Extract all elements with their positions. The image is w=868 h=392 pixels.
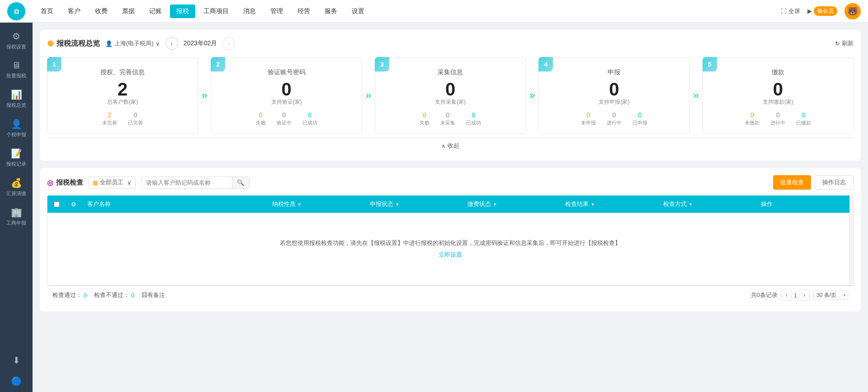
tax-check-card: ◎ 报税检查 ▦ 全部员工 ∨ 🔍 批量检查 操作日志 [40,168,861,311]
th-check-result[interactable]: 检查结果 ▼ [560,196,657,213]
search-input[interactable] [142,177,232,188]
check-fail-stat: 检查不通过： 0 [94,291,134,299]
th-pay-status[interactable]: 缴费状态 ▼ [462,196,560,213]
nav-bizproject[interactable]: 工商项目 [197,5,235,18]
footer-stats: 检查通过： 0 检查不通过： 0 囧有备注 [52,291,165,299]
next-page-button[interactable]: › [799,290,810,301]
check-fail-count[interactable]: 0 [131,292,134,299]
content-area: ⊕ 报税流程总览 👤 上海(电子税局) ∨ ‹ 2023年02月 › [33,23,868,392]
th-declare-status[interactable]: 申报状态 ▼ [364,196,462,213]
per-page-select-wrap: 30 条/页 50 条/页 100 条/页 [813,291,848,300]
nav-invoice[interactable]: 票据 [116,5,141,18]
batch-check-button[interactable]: 批量检查 [773,175,811,190]
tax-overview-icon: 📊 [11,89,22,100]
nav-management[interactable]: 管理 [264,5,289,18]
sidebar-item-batch-tax[interactable]: 🖥 批量报税 [0,56,33,84]
operation-log-button[interactable]: 操作日志 [815,175,854,190]
nav-message[interactable]: 消息 [237,5,262,18]
table-settings[interactable]: ⚙ [66,196,82,212]
table-body-empty: 若您想使用报税检查功能，请先在【报税设置】中进行报税的初始化设置，完成密码验证和… [47,213,853,285]
settlement-icon: 💰 [11,177,22,188]
flow-header: ⊕ 报税流程总览 👤 上海(电子税局) ∨ ‹ 2023年02月 › [47,37,854,50]
filter-declare-status-icon: ▼ [395,202,400,207]
prev-page-button[interactable]: ‹ [781,290,792,301]
top-navigation: ✿ 首页 客户 收费 票据 记账 报税 工商项目 消息 管理 经营 服务 设置 … [0,0,868,23]
flow-title-icon: ⊕ [47,38,54,48]
vip-button[interactable]: ▶ 畅会员 [807,6,837,16]
arrow-2-3: » [362,90,375,101]
flow-step-3: 3 采集信息 0 支持采集(家) 0 失败 0 未采集 [375,57,526,134]
nav-fee[interactable]: 收费 [89,5,114,18]
scrollbar[interactable] [849,196,853,285]
sidebar-item-settlement[interactable]: 💰 汇算清缴 [0,173,33,201]
employee-filter-icon: ▦ [93,179,98,186]
location-badge[interactable]: 👤 上海(电子税局) ∨ [105,39,160,48]
step-stats-4: 0 未申报 0 进行中 0 已申报 [581,111,647,126]
step-count-5: 0 [773,80,783,98]
step-stat-4-1: 0 进行中 [607,111,622,126]
step-num-3: 3 [375,57,389,72]
refresh-button[interactable]: ↻ 刷新 [835,39,854,48]
fullscreen-icon: ⛶ [781,8,787,14]
total-records: 共0条记录 [751,291,778,299]
step-stat-1-0: 2 未完善 [102,111,117,126]
per-page-select[interactable]: 30 条/页 50 条/页 100 条/页 [813,291,848,300]
prev-month-button[interactable]: ‹ [165,37,178,50]
check-title-icon: ◎ [47,178,53,187]
location-icon: 👤 [105,40,113,47]
sidebar-item-personal-tax[interactable]: 👤 个税申报 [0,114,33,143]
flow-steps: 1 授权、完善信息 2 总客户数(家) 2 未完善 0 已完善 [47,57,854,134]
step-stat-2-1: 0 验证中 [277,111,292,126]
arrow-4-5: » [690,90,703,101]
nav-accounting[interactable]: 记账 [143,5,168,18]
next-month-button[interactable]: › [222,37,235,50]
nav-home[interactable]: 首页 [34,5,60,18]
step-stat-5-0: 0 未缴款 [745,111,760,126]
step-num-4: 4 [538,57,553,72]
sidebar-item-tax-settings[interactable]: ⚙ 报税设置 [0,26,33,55]
flow-step-1: 1 授权、完善信息 2 总客户数(家) 2 未完善 0 已完善 [47,57,198,134]
check-pass-count[interactable]: 0 [84,292,87,299]
step-count-1: 2 [118,80,127,98]
table-checkbox-all[interactable] [47,197,66,212]
chevron-down-icon: ∨ [127,179,132,186]
th-operation: 操作 [755,196,853,213]
select-all-checkbox[interactable] [54,201,60,207]
th-tax-nature[interactable]: 纳税性质 ▼ [267,196,364,213]
search-button[interactable]: 🔍 [232,177,249,188]
th-check-method[interactable]: 检查方式 ▼ [658,196,755,213]
sidebar-item-help[interactable]: 🔵 [0,371,33,391]
step-stats-5: 0 未缴款 0 进行中 0 已缴款 [745,111,811,126]
collapse-button[interactable]: ∧ 收起 [47,138,854,153]
refresh-icon: ↻ [835,40,840,47]
fullscreen-button[interactable]: ⛶ 全屏 [781,7,800,15]
sidebar-item-tax-record[interactable]: 📝 报税记录 [0,143,33,172]
download-icon: ⬇ [13,355,20,366]
step-title-5: 缴款 [772,68,784,76]
check-pass-stat: 检查通过： 0 [52,291,87,299]
flow-title: ⊕ 报税流程总览 [47,38,100,48]
step-num-5: 5 [703,57,717,72]
sidebar-item-annual-report[interactable]: 🏢 工商年报 [0,202,33,231]
step-sub-4: 支持申报(家) [599,98,629,106]
employee-filter[interactable]: ▦ 全部员工 ∨ [89,176,136,189]
step-title-2: 验证账号密码 [268,68,306,76]
app-logo[interactable]: ✿ [7,2,25,20]
nav-settings[interactable]: 设置 [345,5,371,18]
step-num-2: 2 [211,57,225,72]
th-customer-name: 客户名称 [82,196,267,213]
nav-service[interactable]: 服务 [318,5,344,18]
filter-check-method-icon: ▼ [689,202,693,207]
sidebar-item-download[interactable]: ⬇ [0,350,33,370]
user-avatar[interactable]: 🐻 [844,3,861,19]
nav-operation[interactable]: 经营 [291,5,316,18]
sidebar-item-tax-overview[interactable]: 📊 报税总览 [0,85,33,113]
step-stat-3-0: 0 失败 [420,111,429,126]
footer-right: 共0条记录 ‹ 1 › 30 条/页 50 条/页 100 条/页 [751,290,848,301]
nav-tax[interactable]: 报税 [170,5,195,18]
nav-customer[interactable]: 客户 [61,5,87,18]
setup-link[interactable]: 立即设置 [439,251,462,258]
main-area: ⚙ 报税设置 🖥 批量报税 📊 报税总览 👤 个税申报 📝 报税记录 💰 [0,23,868,392]
flow-overview-card: ⊕ 报税流程总览 👤 上海(电子税局) ∨ ‹ 2023年02月 › [40,30,861,161]
annual-report-icon: 🏢 [11,207,22,218]
